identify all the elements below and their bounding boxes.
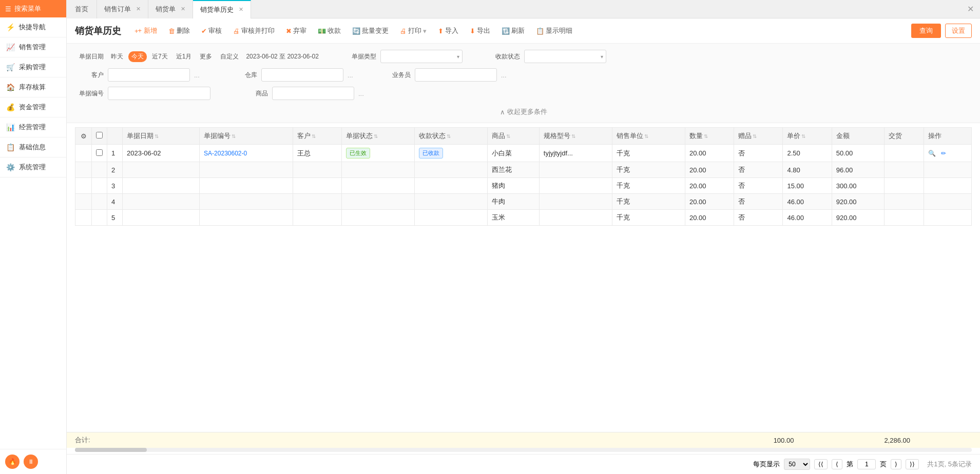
tab-sales-goods-close[interactable]: ✕ [181, 6, 185, 12]
cell-docstatus-5 [342, 210, 415, 226]
goods-input[interactable] [272, 87, 354, 100]
export-button[interactable]: ⬇ 导出 [466, 24, 494, 37]
horizontal-scrollbar[interactable] [75, 448, 972, 452]
tab-sales-goods[interactable]: 销货单 ✕ [148, 0, 193, 18]
select-all-checkbox[interactable] [96, 132, 103, 139]
customer-input[interactable] [108, 68, 190, 82]
sort-gift[interactable]: 赠品 ⇅ [738, 131, 757, 141]
print-button[interactable]: 🖨 打印 ▾ [396, 24, 431, 37]
tabs-close-all[interactable]: ✕ [961, 4, 980, 14]
customer-label: 客户 [75, 71, 104, 80]
col-quantity[interactable]: 数量 ⇅ [685, 128, 734, 145]
batch-change-button[interactable]: 🔄 批量变更 [348, 24, 393, 37]
abandon-button[interactable]: ✖ 弃审 [282, 24, 311, 37]
tab-home[interactable]: 首页 [67, 0, 97, 18]
sort-sales-unit[interactable]: 销售单位 ⇅ [617, 131, 648, 141]
sort-doc-date[interactable]: 单据日期 ⇅ [127, 131, 159, 141]
tab-sales-order-close[interactable]: ✕ [136, 6, 141, 12]
filter-collapse[interactable]: ∧ 收起更多条件 [75, 105, 972, 118]
query-button[interactable]: 查询 [911, 24, 941, 38]
show-detail-button[interactable]: 📋 显示明细 [532, 24, 577, 37]
col-doc-no[interactable]: 单据编号 ⇅ [200, 128, 293, 145]
page-next-button[interactable]: ⟩ [891, 459, 901, 469]
salesperson-dots[interactable]: ... [501, 71, 507, 79]
col-gear[interactable]: ⚙ [75, 128, 92, 145]
per-page-select[interactable]: 50 100 200 [784, 459, 810, 470]
page-number-input[interactable] [857, 459, 876, 469]
gear-icon[interactable]: ⚙ [81, 132, 87, 140]
col-unit-price[interactable]: 单价 ⇅ [783, 128, 832, 145]
row-checkbox-1[interactable] [96, 149, 103, 156]
goods-dots[interactable]: ... [358, 90, 364, 97]
date-tag-today[interactable]: 今天 [128, 51, 147, 62]
date-tag-1month[interactable]: 近1月 [173, 51, 195, 62]
doc-type-select[interactable] [380, 50, 463, 63]
action-edit-1[interactable]: ✏ [941, 150, 946, 157]
page-prev-button[interactable]: ⟨ [832, 459, 842, 469]
sort-quantity[interactable]: 数量 ⇅ [689, 131, 708, 141]
doc-no-input[interactable] [108, 87, 210, 100]
import-button[interactable]: ⬆ 导入 [434, 24, 463, 37]
new-button[interactable]: + + 新增 [130, 24, 161, 37]
audit-button[interactable]: ✔ 审核 [197, 24, 226, 37]
sidebar-item-finance-mgmt[interactable]: 💰 资金管理 [0, 97, 66, 117]
date-tag-more[interactable]: 更多 [197, 51, 215, 62]
col-goods[interactable]: 商品 ⇅ [488, 128, 540, 145]
col-collect-status[interactable]: 收款状态 ⇅ [415, 128, 488, 145]
sort-doc-status[interactable]: 单据状态 ⇅ [346, 131, 378, 141]
page-last-button[interactable]: ⟩⟩ [906, 459, 919, 469]
action-view-1[interactable]: 🔍 [928, 150, 936, 157]
cell-action-1: 🔍 ✏ [924, 145, 972, 162]
col-customer[interactable]: 客户 ⇅ [293, 128, 341, 145]
date-tag-7days[interactable]: 近7天 [149, 51, 171, 62]
cell-docno-1[interactable]: SA-20230602-0 [200, 145, 293, 162]
sidebar-item-purchase-mgmt[interactable]: 🛒 采购管理 [0, 57, 66, 77]
sort-collect-status[interactable]: 收款状态 ⇅ [419, 131, 451, 141]
col-sales-unit[interactable]: 销售单位 ⇅ [612, 128, 685, 145]
sort-unit-price[interactable]: 单价 ⇅ [787, 131, 805, 141]
sidebar-item-system-mgmt[interactable]: ⚙️ 系统管理 [0, 157, 66, 177]
cell-customer-4 [293, 194, 341, 210]
cell-check-1[interactable] [92, 145, 107, 162]
sort-goods[interactable]: 商品 ⇅ [492, 131, 510, 141]
sort-customer[interactable]: 客户 ⇅ [297, 131, 316, 141]
customer-dots[interactable]: ... [194, 71, 200, 79]
date-tag-yesterday[interactable]: 昨天 [108, 51, 126, 62]
refresh-button[interactable]: 🔃 刷新 [497, 24, 529, 37]
sidebar-bottom-icon1[interactable]: 🔥 [5, 455, 20, 469]
sidebar-bottom-icon2[interactable]: ⏸ [24, 455, 38, 469]
delete-button[interactable]: 🗑 删除 [164, 24, 194, 37]
col-check[interactable] [92, 128, 107, 145]
audit-print-button[interactable]: 🖨 审核并打印 [229, 24, 279, 37]
cell-docdate-4 [123, 194, 200, 210]
sidebar-item-label: 经营管理 [19, 123, 46, 132]
set-button[interactable]: 设置 [945, 24, 972, 38]
collect-status-select[interactable] [524, 50, 606, 63]
sidebar-item-quick-nav[interactable]: ⚡ 快捷导航 [0, 17, 66, 37]
cell-goods-4: 牛肉 [488, 194, 540, 210]
col-spec[interactable]: 规格型号 ⇅ [539, 128, 612, 145]
sidebar-search[interactable]: ☰ 搜索菜单 [0, 0, 66, 17]
col-doc-date[interactable]: 单据日期 ⇅ [123, 128, 200, 145]
warehouse-dots[interactable]: ... [348, 71, 353, 79]
sidebar-item-basic-info[interactable]: 📋 基础信息 [0, 137, 66, 157]
tab-sales-order[interactable]: 销售订单 ✕ [97, 0, 148, 18]
collect-button[interactable]: 💵 收款 [314, 24, 345, 37]
sidebar-item-inventory[interactable]: 🏠 库存核算 [0, 77, 66, 97]
cell-goods-1: 小白菜 [488, 145, 540, 162]
sidebar-item-operation-mgmt[interactable]: 📊 经营管理 [0, 117, 66, 137]
col-gift[interactable]: 赠品 ⇅ [734, 128, 783, 145]
tab-sales-history-close[interactable]: ✕ [239, 6, 243, 13]
salesperson-input[interactable] [415, 68, 497, 82]
col-doc-status[interactable]: 单据状态 ⇅ [342, 128, 415, 145]
sidebar-item-sales-mgmt[interactable]: 📈 销售管理 [0, 37, 66, 57]
sort-doc-no[interactable]: 单据编号 ⇅ [204, 131, 236, 141]
doc-no-link-1[interactable]: SA-20230602-0 [204, 150, 247, 157]
scrollbar-thumb[interactable] [75, 448, 147, 452]
tab-sales-history[interactable]: 销货单历史 ✕ [193, 0, 251, 18]
cell-gear-5 [75, 210, 92, 226]
date-tag-custom[interactable]: 自定义 [217, 51, 242, 62]
sort-spec[interactable]: 规格型号 ⇅ [544, 131, 575, 141]
page-first-button[interactable]: ⟨⟨ [814, 459, 828, 469]
warehouse-input[interactable] [261, 68, 343, 82]
